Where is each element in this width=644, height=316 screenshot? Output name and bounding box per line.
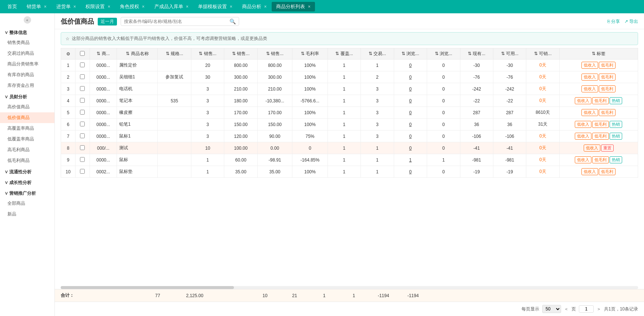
sidebar-group-marketing[interactable]: ∨ 营销推广分析: [0, 187, 54, 198]
row-checkbox-cell[interactable]: [76, 142, 90, 154]
sidebar-item-traded-goods[interactable]: 交易过的商品: [0, 48, 54, 59]
sidebar-item-all-goods[interactable]: 全部商品: [0, 198, 54, 209]
per-page-select[interactable]: 50 100 200: [542, 305, 561, 313]
nav-purchase[interactable]: 进货单 ×: [52, 2, 81, 11]
period-badge[interactable]: 近一月: [98, 18, 117, 26]
nav-permissions[interactable]: 权限设置 ×: [81, 2, 115, 11]
sidebar-group-employee[interactable]: ∨ 员财分析: [0, 91, 54, 102]
row-checkbox[interactable]: [80, 62, 85, 67]
pagination-next[interactable]: ＞: [597, 306, 601, 312]
scrollbar-thumb[interactable]: [61, 286, 234, 289]
view1-link[interactable]: 0: [409, 110, 412, 115]
row-view1[interactable]: 0: [394, 166, 427, 178]
nav-purchase-close[interactable]: ×: [73, 4, 76, 9]
sidebar-collapse-btn[interactable]: «: [24, 16, 31, 24]
nav-templates-close[interactable]: ×: [230, 4, 232, 9]
row-checkbox-cell[interactable]: [76, 83, 90, 95]
nav-analysis[interactable]: 商品分析 ×: [238, 2, 271, 11]
nav-sales-close[interactable]: ×: [44, 4, 47, 9]
nav-products-in-close[interactable]: ×: [186, 4, 188, 9]
search-box[interactable]: 🔍: [121, 17, 239, 26]
share-button[interactable]: ⎘ 分享: [607, 18, 620, 25]
nav-analysis-list[interactable]: 商品分析列表 ×: [272, 2, 315, 11]
nav-analysis-list-close[interactable]: ×: [308, 4, 311, 9]
horizontal-scrollbar[interactable]: [61, 286, 638, 289]
row-view1[interactable]: 0: [394, 95, 427, 107]
nav-home[interactable]: 首页: [3, 2, 21, 11]
view1-link[interactable]: 0: [409, 75, 412, 80]
table-container[interactable]: ⚙ ⇅ 商... ⇅ 商品名称 ⇅ 规格... ⇅ 销售... ⇅ 销售... …: [55, 48, 644, 286]
nav-roles[interactable]: 角色授权 ×: [115, 2, 149, 11]
row-checkbox-cell[interactable]: [76, 166, 90, 178]
col-sales2-header[interactable]: ⇅ 销售...: [257, 48, 292, 60]
col-spec-header[interactable]: ⇅ 规格...: [158, 48, 191, 60]
row-checkbox[interactable]: [80, 145, 85, 150]
sidebar-item-stock-goods[interactable]: 有库存的商品: [0, 69, 54, 80]
row-view1[interactable]: 0: [394, 119, 427, 130]
sidebar-item-capital[interactable]: 库存资金占用: [0, 80, 54, 91]
row-checkbox-cell[interactable]: [76, 154, 90, 166]
row-view1[interactable]: 0: [394, 107, 427, 119]
col-view1-header[interactable]: ⇅ 浏览...: [394, 48, 427, 60]
row-checkbox-cell[interactable]: [76, 71, 90, 83]
sidebar-group-growth[interactable]: ∨ 成长性分析: [0, 177, 54, 187]
row-view1[interactable]: 0: [394, 83, 427, 95]
view1-link[interactable]: 0: [409, 86, 412, 92]
col-code-header[interactable]: ⇅ 商...: [90, 48, 117, 60]
row-checkbox[interactable]: [80, 86, 85, 91]
row-view1[interactable]: 0: [394, 71, 427, 83]
row-checkbox[interactable]: [80, 169, 85, 174]
col-cover-header[interactable]: ⇅ 覆盖...: [328, 48, 360, 60]
col-sales1-header[interactable]: ⇅ 销售...: [224, 48, 257, 60]
col-trade-header[interactable]: ⇅ 交易...: [361, 48, 394, 60]
view1-link[interactable]: 1: [409, 157, 412, 163]
row-checkbox[interactable]: [80, 122, 85, 126]
export-button[interactable]: ↗ 导出: [624, 18, 638, 25]
row-view1[interactable]: 0: [394, 142, 427, 154]
view1-link[interactable]: 0: [409, 98, 412, 103]
nav-permissions-close[interactable]: ×: [108, 4, 110, 9]
row-checkbox[interactable]: [80, 98, 85, 103]
view1-link[interactable]: 0: [409, 146, 412, 151]
row-checkbox-cell[interactable]: [76, 107, 90, 119]
col-qty-header[interactable]: ⇅ 销售...: [191, 48, 224, 60]
search-icon[interactable]: 🔍: [229, 18, 236, 24]
col-stock-header[interactable]: ⇅ 现有...: [460, 48, 493, 60]
row-checkbox-cell[interactable]: [76, 119, 90, 130]
col-name-header[interactable]: ⇅ 商品名称: [117, 48, 158, 60]
sidebar-item-low-coverage[interactable]: 低覆盖率商品: [0, 134, 54, 145]
search-input[interactable]: [124, 19, 228, 24]
row-checkbox[interactable]: [80, 157, 85, 162]
row-view1[interactable]: 0: [394, 130, 427, 142]
col-settings[interactable]: ⚙: [61, 48, 76, 60]
view1-link[interactable]: 0: [409, 122, 412, 127]
col-tags-header[interactable]: ⇅ 标签: [559, 48, 638, 60]
view1-link[interactable]: 0: [409, 134, 412, 139]
col-avail-header[interactable]: ⇅ 可用...: [493, 48, 526, 60]
nav-roles-close[interactable]: ×: [142, 4, 145, 9]
col-days-header[interactable]: ⇅ 可销...: [526, 48, 559, 60]
view1-link[interactable]: 0: [409, 63, 412, 68]
nav-analysis-close[interactable]: ×: [264, 4, 266, 9]
col-margin-header[interactable]: ⇅ 毛利率: [292, 48, 328, 60]
sidebar-group-overall[interactable]: ∨ 整体信息: [0, 27, 54, 37]
nav-sales[interactable]: 销货单 ×: [22, 2, 51, 11]
col-checkbox[interactable]: [76, 48, 90, 60]
row-checkbox[interactable]: [80, 110, 85, 115]
row-checkbox-cell[interactable]: [76, 95, 90, 107]
row-view1[interactable]: 1: [394, 154, 427, 166]
sidebar-item-sales-goods[interactable]: 销售类商品: [0, 37, 54, 48]
nav-templates[interactable]: 单据模板设置 ×: [194, 2, 237, 11]
row-checkbox-cell[interactable]: [76, 130, 90, 142]
sidebar-item-low-value[interactable]: 低价值商品: [0, 112, 54, 123]
row-checkbox-cell[interactable]: [76, 60, 90, 71]
pagination-page-input[interactable]: [579, 305, 594, 313]
sidebar-item-low-margin[interactable]: 低毛利商品: [0, 155, 54, 166]
view1-link[interactable]: 0: [409, 169, 412, 174]
sidebar-item-high-margin[interactable]: 高毛利商品: [0, 145, 54, 155]
row-checkbox[interactable]: [80, 133, 85, 138]
sidebar-item-high-value[interactable]: 高价值商品: [0, 102, 54, 112]
sidebar-item-new-goods[interactable]: 新品: [0, 209, 54, 220]
col-view2-header[interactable]: ⇅ 浏览...: [427, 48, 460, 60]
sidebar-group-flow[interactable]: ∨ 流通性分析: [0, 166, 54, 177]
